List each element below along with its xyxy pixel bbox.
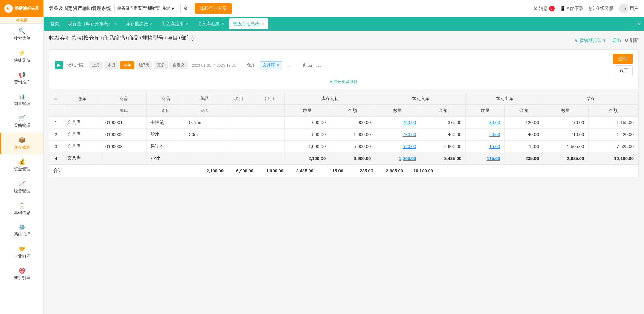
refresh-icon: ↻: [625, 38, 628, 43]
user-action[interactable]: Ea 用户: [619, 4, 639, 13]
tab-2[interactable]: 库存批次账✕: [122, 18, 157, 29]
sidebar-item-5[interactable]: 📦 库存核算: [0, 133, 43, 154]
settings-button[interactable]: ⚙: [180, 3, 191, 14]
cell-name: 中性笔: [147, 117, 185, 129]
data-table-container: ⚙ 仓库 商品 商品 商品 项目 部门 库存期初 本期入库 本期出库 结存: [49, 93, 639, 177]
query-button[interactable]: 查询: [613, 54, 633, 64]
subtotal-in-qty[interactable]: 1,000.00: [399, 156, 416, 161]
tab-0[interactable]: 首页: [46, 18, 63, 29]
sidebar-label-8: 基础信息: [14, 210, 30, 216]
tab-1[interactable]: 现存量（库存分布表）✕: [64, 18, 121, 29]
sidebar-item-2[interactable]: 📢 营销推广: [0, 67, 43, 89]
qty-in-link[interactable]: 230.00: [402, 132, 416, 137]
sidebar-item-6[interactable]: 💰 资金管理: [0, 154, 43, 176]
sidebar-icon-8: 📋: [19, 202, 26, 209]
qty-out-link[interactable]: 20.00: [489, 132, 500, 137]
trial-button[interactable]: 体验行业方案: [195, 3, 232, 14]
sidebar-item-1[interactable]: ⚡ 快捷导航: [0, 46, 43, 67]
sidebar-menu: 🔍 搜索菜单 ⚡ 快捷导航 📢 营销推广 📊 销售管理 🛒 采购管理 📦 库存核…: [0, 24, 43, 314]
warehouse-tag-remove[interactable]: ✕: [276, 63, 279, 67]
tab-close-3[interactable]: ✕: [186, 22, 188, 26]
col-out-header: 本期出库: [466, 93, 543, 105]
table-row: 4 文具库 小计 2,100.00 6,900.00 1,000.00 3,43…: [49, 152, 638, 164]
sidebar-icon-11: 🎯: [19, 267, 26, 274]
online-service-label: 在线客服: [596, 5, 613, 12]
tab-close-1[interactable]: ✕: [114, 22, 117, 26]
cell-dept: [254, 117, 285, 129]
date-shortcuts: 上月 本月 本年 近7天 更多 自定义: [89, 61, 188, 69]
chevron-down-icon: ▾: [603, 38, 606, 43]
date-btn-cur-month[interactable]: 本月: [104, 61, 119, 69]
messages-badge: 6: [549, 6, 555, 11]
qty-out-link[interactable]: 15.00: [489, 144, 500, 149]
cell-close-amt: 7,525.00: [589, 141, 638, 152]
app-download-action[interactable]: 📱 App下载: [560, 5, 583, 12]
cell-code: 0100002: [101, 129, 147, 141]
sidebar-item-10[interactable]: 🤝 企业协同: [0, 242, 43, 263]
tab-close-5[interactable]: ✕: [262, 22, 264, 26]
goods-more-dots[interactable]: ...: [316, 63, 322, 68]
table-footer: 合计 2,100.00 6,900.00 1,000.00 3,435.00 1…: [49, 164, 638, 177]
sidebar-tag: 标准版: [0, 17, 43, 24]
tab-label-2: 库存批次账: [126, 21, 148, 27]
filter-toggle-arrow[interactable]: ▶: [55, 61, 63, 69]
col-dept-header: 部门: [254, 93, 285, 105]
close-all-icon[interactable]: ✕: [637, 21, 641, 27]
tab-label-1: 现存量（库存分布表）: [68, 21, 112, 27]
col-code-subheader: 编码: [101, 105, 147, 117]
expand-button[interactable]: ▾ 展开更多条件: [330, 79, 358, 85]
tab-3[interactable]: 出入库流水✕: [158, 18, 193, 29]
date-btn-7days[interactable]: 近7天: [136, 61, 152, 69]
qty-in-link[interactable]: 250.00: [402, 120, 416, 125]
sidebar-icon-2: 📢: [19, 71, 26, 78]
sidebar-item-9[interactable]: ⚙️ 系统管理: [0, 220, 43, 242]
col-out-qty-subheader: 数量: [466, 105, 505, 117]
expand-row: ▾ 展开更多条件: [55, 79, 633, 85]
export-button[interactable]: ↑ 导出: [609, 37, 622, 44]
online-service-action[interactable]: 💬 在线客服: [589, 5, 613, 12]
sidebar-item-4[interactable]: 🛒 采购管理: [0, 111, 43, 133]
subtotal-out-qty[interactable]: 115.00: [486, 156, 500, 161]
sidebar-label-9: 系统管理: [14, 232, 30, 237]
tab-close-4[interactable]: ✕: [221, 22, 224, 26]
footer-in-amt: 3,435.00: [286, 168, 313, 173]
print-button[interactable]: 🖨 拨镜版打印 ▾: [574, 37, 606, 44]
cell-project: [224, 117, 254, 129]
cell-dept: [254, 129, 285, 141]
date-btn-custom[interactable]: 自定义: [169, 61, 188, 69]
refresh-button[interactable]: ↻ 刷新: [625, 37, 639, 44]
tab-5[interactable]: 收发存汇总表✕: [229, 18, 268, 29]
date-btn-cur-year[interactable]: 本年: [120, 61, 134, 69]
footer-open-qty: 2,100.00: [196, 168, 224, 173]
col-out-amt-subheader: 金额: [505, 105, 543, 117]
date-btn-more[interactable]: 更多: [154, 61, 168, 69]
sidebar-item-8[interactable]: 📋 基础信息: [0, 198, 43, 220]
date-btn-prev-month[interactable]: 上月: [89, 61, 103, 69]
cell-open-qty: 600.00: [285, 117, 330, 129]
cell-code: 0100003: [101, 141, 147, 152]
cell-out-amt: 235.00: [505, 152, 543, 164]
sidebar-item-7[interactable]: 📈 经营管理: [0, 176, 43, 198]
tab-4[interactable]: 出入库汇总✕: [193, 18, 228, 29]
messages-action[interactable]: ✉ 消息 6: [534, 5, 555, 12]
sidebar-item-0[interactable]: 🔍 搜索菜单: [0, 24, 43, 46]
settings-action-button[interactable]: 设置: [615, 65, 633, 76]
sidebar-item-3[interactable]: 📊 销售管理: [0, 89, 43, 111]
col-warehouse-header: 仓库: [63, 93, 101, 105]
col-settings-header[interactable]: ⚙: [49, 93, 63, 105]
qty-in-link[interactable]: 520.00: [402, 144, 416, 149]
cell-no: 3: [49, 141, 63, 152]
cell-in-qty: 250.00: [375, 117, 420, 129]
qty-out-link[interactable]: 80.00: [489, 120, 500, 125]
print-label: 拨镜版打印: [580, 37, 602, 44]
col-project-header: 项目: [224, 93, 254, 105]
header-right: ✉ 消息 6 📱 App下载 💬 在线客服 Ea 用户: [534, 4, 639, 13]
tab-close-2[interactable]: ✕: [150, 22, 153, 26]
system-select[interactable]: 装备及固定资产辅助管理系统 ▾: [114, 4, 177, 13]
sidebar-item-11[interactable]: 🎯 新手引导: [0, 263, 43, 285]
app-download-label: App下载: [567, 5, 583, 12]
sidebar-label-3: 销售管理: [14, 101, 30, 107]
refresh-label: 刷新: [630, 37, 639, 44]
warehouse-more-dots[interactable]: ...: [286, 63, 292, 68]
cell-in-qty: 1,000.00: [375, 152, 420, 164]
